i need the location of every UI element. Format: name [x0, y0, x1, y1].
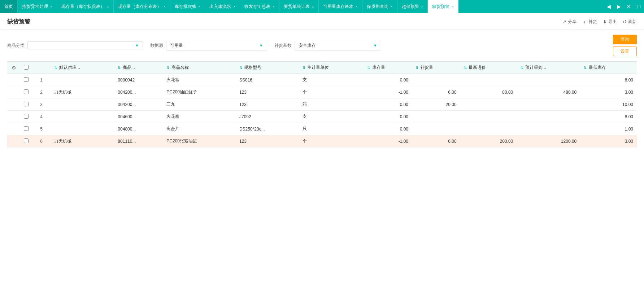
datasource-select[interactable]: 可用量 ▼: [166, 41, 267, 50]
nav-tab-10[interactable]: 超储预警×: [397, 0, 428, 13]
row-unit-3: 支: [299, 111, 364, 123]
row-replenish-5: 6.00: [412, 135, 460, 147]
latest-price-col-header[interactable]: ⇅ 最新进价: [460, 62, 517, 74]
row-checkbox-5[interactable]: [24, 138, 29, 143]
nav-tab-0[interactable]: 首页: [0, 0, 18, 13]
row-checkbox-cell-5[interactable]: [20, 135, 32, 147]
datasource-filter-label: 数据源: [150, 43, 163, 49]
row-num-2: 3: [32, 98, 51, 111]
row-checkbox-cell-1[interactable]: [20, 86, 32, 98]
nav-tab-1[interactable]: 拣货异常处理×: [18, 0, 57, 13]
table-row[interactable]: 4 004600... 火花塞 J7092 支 0.00 8.00: [7, 111, 637, 123]
tab-close-btn-3[interactable]: ×: [164, 5, 166, 9]
nav-tab-6[interactable]: 收发存汇总表×: [240, 0, 279, 13]
row-product-name-0: 火花塞: [163, 74, 236, 86]
product-code-col-label: 商品...: [123, 65, 135, 70]
row-spec-1: 123: [236, 86, 299, 98]
row-estimated-purchase-3: [517, 111, 580, 123]
checkbox-col-header[interactable]: [20, 62, 32, 74]
row-replenish-4: [412, 123, 460, 135]
replenish-button[interactable]: ＋ 补货: [582, 19, 597, 25]
tab-close-btn-10[interactable]: ×: [421, 5, 423, 9]
rownum-col-header: [32, 62, 51, 74]
tab-close-btn-2[interactable]: ×: [107, 5, 109, 9]
tab-close-btn-11[interactable]: ×: [452, 5, 454, 9]
supplier-col-header[interactable]: ⇅ 默认供应...: [51, 62, 114, 74]
row-checkbox-0[interactable]: [24, 77, 29, 82]
latest-price-col-label: 最新进价: [469, 65, 486, 70]
table-row[interactable]: 5 004800... 离合片 DS250*23c... 只 0.00 1.00: [7, 123, 637, 135]
share-icon: ↗: [562, 19, 566, 25]
replenish-base-value: 安全库存: [299, 43, 373, 49]
tab-close-btn-8[interactable]: ×: [356, 5, 358, 9]
tab-close-btn-1[interactable]: ×: [50, 5, 52, 9]
nav-tab-3[interactable]: 现存量（库存分布表）×: [114, 0, 170, 13]
replenish-base-select[interactable]: 安全库存 ▼: [295, 41, 381, 50]
row-unit-5: 个: [299, 135, 364, 147]
row-replenish-2: 20.00: [412, 98, 460, 111]
product-code-col-header[interactable]: ⇅ 商品...: [114, 62, 163, 74]
table-row[interactable]: 6 力天机械 801110... PC200张紧油缸 123 个 -1.00 6…: [7, 135, 637, 147]
nav-tab-8[interactable]: 可用量库存账本×: [319, 0, 362, 13]
unit-col-header[interactable]: ⇅ 主计量单位: [299, 62, 364, 74]
stock-col-header[interactable]: ⇅ 库存量: [364, 62, 412, 74]
nav-tab-2[interactable]: 现存量（库存状况表）×: [57, 0, 114, 13]
product-name-col-header[interactable]: ⇅ 商品名称: [163, 62, 236, 74]
row-spec-4: DS250*23c...: [236, 123, 299, 135]
nav-tab-5[interactable]: 出入库流水×: [205, 0, 240, 13]
datasource-filter-group: 数据源 可用量 ▼: [150, 41, 267, 50]
estimated-purchase-col-header[interactable]: ⇅ 预计采购...: [517, 62, 580, 74]
export-button[interactable]: ⬇ 导出: [603, 19, 617, 25]
row-estimated-purchase-0: [517, 74, 580, 86]
row-checkbox-1[interactable]: [24, 89, 29, 94]
row-checkbox-cell-4[interactable]: [20, 123, 32, 135]
nav-tab-7[interactable]: 要货单统计表×: [279, 0, 319, 13]
tab-close-btn-4[interactable]: ×: [199, 5, 201, 9]
nav-tab-9[interactable]: 保质期查询×: [362, 0, 397, 13]
export-label: 导出: [608, 19, 617, 25]
replenish-col-header[interactable]: ⇅ 补货量: [412, 62, 460, 74]
row-checkbox-cell-0[interactable]: [20, 74, 32, 86]
nav-tab-11[interactable]: 缺货预警×: [428, 0, 458, 13]
row-supplier-0: [51, 74, 114, 86]
stock-col-label: 库存量: [372, 65, 385, 70]
row-stock-5: -1.00: [364, 135, 412, 147]
row-checkbox-2[interactable]: [24, 102, 29, 106]
nav-expand-btn[interactable]: □: [634, 0, 644, 13]
row-num-1: 2: [32, 86, 51, 98]
row-checkbox-3[interactable]: [24, 114, 29, 119]
query-button[interactable]: 查询: [613, 35, 637, 44]
row-checkbox-cell-3[interactable]: [20, 111, 32, 123]
row-stock-0: 0.00: [364, 74, 412, 86]
nav-next-btn[interactable]: ▶: [614, 0, 624, 13]
table-row[interactable]: 1 0000042 火花塞 SS816 支 0.00 8.00: [7, 74, 637, 86]
settings-button[interactable]: 设置: [613, 47, 637, 56]
settings-col-header[interactable]: ⚙: [7, 62, 20, 74]
category-select[interactable]: ▼: [27, 41, 143, 49]
refresh-button[interactable]: ↺ 刷新: [623, 19, 637, 25]
replenish-base-filter-group: 补货基数 安全库存 ▼: [274, 41, 381, 50]
row-stock-1: -1.00: [364, 86, 412, 98]
tab-close-btn-7[interactable]: ×: [312, 5, 314, 9]
nav-tab-4[interactable]: 库存批次账×: [170, 0, 205, 13]
table-row[interactable]: 2 力天机械 004200... PC200油缸缸子 123 个 -1.00 6…: [7, 86, 637, 98]
share-button[interactable]: ↗ 分享: [562, 19, 576, 25]
min-stock-col-header[interactable]: ⇅ 最低库存: [580, 62, 637, 74]
table-row[interactable]: 3 004200... 三九 123 箱 0.00 20.00 10.00: [7, 98, 637, 111]
row-estimated-purchase-2: [517, 98, 580, 111]
tab-close-btn-5[interactable]: ×: [233, 5, 235, 9]
row-checkbox-4[interactable]: [24, 126, 29, 131]
nav-close-btn[interactable]: ✕: [624, 0, 634, 13]
tab-close-btn-6[interactable]: ×: [273, 5, 275, 9]
replenish-label: 补货: [588, 19, 597, 25]
row-settings-3: [7, 111, 20, 123]
nav-prev-btn[interactable]: ◀: [604, 0, 614, 13]
tab-close-btn-9[interactable]: ×: [391, 5, 393, 9]
row-stock-3: 0.00: [364, 111, 412, 123]
spec-col-header[interactable]: ⇅ 规格型号: [236, 62, 299, 74]
category-filter-label: 商品分类: [7, 43, 25, 49]
row-checkbox-cell-2[interactable]: [20, 98, 32, 111]
select-all-checkbox[interactable]: [24, 65, 29, 70]
gear-icon[interactable]: ⚙: [12, 65, 16, 71]
datasource-select-value: 可用量: [170, 43, 259, 49]
